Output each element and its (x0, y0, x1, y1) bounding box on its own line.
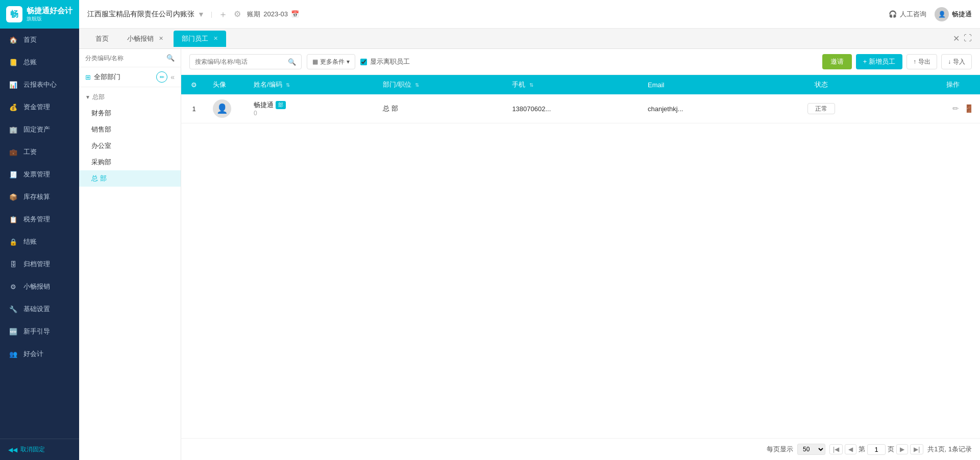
employee-table-wrap: ⚙ 头像 姓名/编码 ⇅ 部门/职位 ⇅ 手机 ⇅ Email 状态 操作 (181, 75, 980, 438)
sidebar-item-invoice[interactable]: 🧾 发票管理 (0, 163, 79, 186)
col-phone[interactable]: 手机 ⇅ (506, 75, 642, 94)
sidebar-item-closing[interactable]: 🔒 结账 (0, 231, 79, 253)
sidebar-item-inventory-label: 库存核算 (23, 192, 50, 201)
sidebar: 畅 畅捷通好会计 旗舰版 🏠 首页 📒 总账 📊 云报表中心 💰 资金管理 🏢 … (0, 0, 79, 460)
sidebar-item-assets[interactable]: 🏢 固定资产 (0, 118, 79, 141)
col-email: Email (642, 75, 768, 94)
tab-expand-icon[interactable]: ⛶ (964, 34, 972, 43)
dept-all-header: ⊞ 全部部门 ✏ « (79, 67, 181, 87)
add-company-button[interactable]: ＋ (218, 8, 228, 20)
dept-item-sales[interactable]: 销售部 (79, 121, 181, 138)
guide-icon: 🆕 (8, 326, 18, 337)
row-actions: ✏ 🚪 (880, 104, 974, 113)
tab-close-all-icon[interactable]: ✕ (953, 34, 960, 43)
page-first-button[interactable]: |◀ (829, 444, 843, 454)
dept-item-general[interactable]: 总 部 (79, 170, 181, 187)
dept-tree: ▼ 总部 财务部 销售部 办公室 采购部 总 部 (79, 87, 181, 460)
tab-home[interactable]: 首页 (87, 31, 117, 47)
filter-button[interactable]: ▦ 更多条件 ▾ (307, 54, 355, 69)
reports-icon: 📊 (8, 80, 18, 90)
dept-search-input[interactable] (85, 55, 163, 62)
dept-collapse-button[interactable]: « (170, 73, 175, 81)
support-button[interactable]: 🎧 人工咨询 (889, 10, 926, 19)
cell-name: 畅捷通 部 0 (248, 94, 377, 123)
dept-panel: 🔍 ⊞ 全部部门 ✏ « ▼ 总部 财务部 销售部 办公室 采购部 总 部 (79, 49, 181, 460)
sidebar-item-guide[interactable]: 🆕 新手引导 (0, 320, 79, 343)
export-button[interactable]: ↑ 导出 (906, 54, 937, 69)
add-employee-button[interactable]: + 新增员工 (856, 54, 902, 69)
per-page-label: 每页显示 (767, 445, 793, 454)
support-label: 人工咨询 (900, 10, 926, 19)
filter-label: 更多条件 (320, 58, 345, 66)
ledger-icon: 📒 (8, 57, 18, 67)
employee-table-body: 1 👤 畅捷通 部 0 总 部 138070602... chanjethkj.… (181, 94, 980, 123)
dept-search-box: 🔍 (79, 49, 181, 67)
assets-icon: 🏢 (8, 124, 18, 135)
delete-icon[interactable]: 🚪 (964, 104, 974, 113)
tab-expense-close[interactable]: ✕ (159, 35, 163, 42)
period-value: 2023-03 (263, 10, 288, 18)
show-resigned-input[interactable] (360, 59, 367, 65)
user-menu[interactable]: 👤 畅捷通 (935, 7, 972, 21)
tab-expense[interactable]: 小畅报销 ✕ (119, 31, 172, 47)
sidebar-item-ledger[interactable]: 📒 总账 (0, 51, 79, 73)
dept-item-office[interactable]: 办公室 (79, 138, 181, 154)
employee-search-icon[interactable]: 🔍 (288, 58, 296, 66)
dept-item-finance[interactable]: 财务部 (79, 105, 181, 121)
employee-avatar: 👤 (213, 99, 231, 118)
page-navigation: |◀ ◀ 第 页 ▶ ▶| (829, 444, 923, 455)
sidebar-item-home-label: 首页 (23, 35, 37, 44)
pin-icon: ◀◀ (8, 446, 17, 453)
page-next-button[interactable]: ▶ (896, 444, 908, 454)
topbar-divider1: | (211, 10, 212, 18)
edit-icon[interactable]: ✏ (952, 104, 959, 113)
sidebar-item-archive[interactable]: 🗄 归档管理 (0, 253, 79, 275)
tab-home-label: 首页 (95, 34, 109, 43)
topbar-settings-icon[interactable]: ⚙ (234, 9, 241, 19)
import-button[interactable]: ↓ 导入 (941, 54, 972, 69)
tab-employees-close[interactable]: ✕ (213, 35, 218, 42)
sidebar-item-funds[interactable]: 💰 资金管理 (0, 96, 79, 118)
content-area: 🔍 ⊞ 全部部门 ✏ « ▼ 总部 财务部 销售部 办公室 采购部 总 部 (79, 49, 980, 460)
pagination: 每页显示 50 10 20 100 |◀ ◀ 第 页 ▶ ▶| 共1页, 1条记… (181, 438, 980, 460)
sidebar-item-others[interactable]: 👥 好会计 (0, 343, 79, 365)
per-page-select[interactable]: 50 10 20 100 (797, 444, 825, 455)
sidebar-item-settings[interactable]: 🔧 基础设置 (0, 298, 79, 320)
sidebar-item-payroll[interactable]: 💼 工资 (0, 141, 79, 163)
col-actions: 操作 (874, 75, 980, 94)
dept-group-zongbu: ▼ 总部 (79, 89, 181, 105)
sidebar-item-invoice-label: 发票管理 (23, 170, 50, 179)
dept-search-icon[interactable]: 🔍 (166, 54, 175, 62)
invite-button[interactable]: 邀请 (822, 54, 852, 69)
page-last-button[interactable]: ▶| (910, 444, 923, 454)
calendar-icon[interactable]: 📅 (291, 10, 299, 18)
sidebar-item-tax[interactable]: 📋 税务管理 (0, 208, 79, 231)
closing-icon: 🔒 (8, 237, 18, 247)
cell-avatar: 👤 (207, 94, 248, 123)
col-dept[interactable]: 部门/职位 ⇅ (377, 75, 506, 94)
col-name[interactable]: 姓名/编码 ⇅ (248, 75, 377, 94)
page-number-input[interactable] (867, 444, 886, 455)
dept-item-purchase[interactable]: 采购部 (79, 154, 181, 170)
app-name: 畅捷通好会计 (27, 6, 72, 15)
page-prev-button[interactable]: ◀ (845, 444, 856, 454)
sidebar-item-reports[interactable]: 📊 云报表中心 (0, 73, 79, 96)
main-area: 江西服宝精品有限责任公司内账张 ▼ | ＋ ⚙ 账期 2023-03 📅 🎧 人… (79, 0, 980, 460)
dept-edit-button[interactable]: ✏ (156, 71, 167, 83)
name-code-cell: 畅捷通 部 0 (254, 100, 371, 117)
sidebar-item-inventory[interactable]: 📦 库存核算 (0, 186, 79, 208)
page-prefix-label: 第 (859, 445, 865, 454)
employee-search-box: 🔍 (189, 54, 302, 69)
col-status: 状态 (768, 75, 874, 94)
show-resigned-checkbox[interactable]: 显示离职员工 (360, 57, 410, 66)
payroll-icon: 💼 (8, 147, 18, 157)
company-selector[interactable]: 江西服宝精品有限责任公司内账张 ▼ (87, 10, 205, 19)
tab-employees[interactable]: 部门员工 ✕ (174, 31, 226, 47)
employee-search-input[interactable] (195, 58, 288, 65)
sidebar-pin[interactable]: ◀◀ 取消固定 (0, 439, 79, 460)
sidebar-item-home[interactable]: 🏠 首页 (0, 29, 79, 51)
col-settings[interactable]: ⚙ (181, 75, 207, 94)
sidebar-item-expense[interactable]: ⚙ 小畅报销 (0, 275, 79, 298)
sidebar-item-ledger-label: 总账 (23, 58, 37, 67)
dept-all-label[interactable]: 全部部门 (94, 72, 153, 82)
